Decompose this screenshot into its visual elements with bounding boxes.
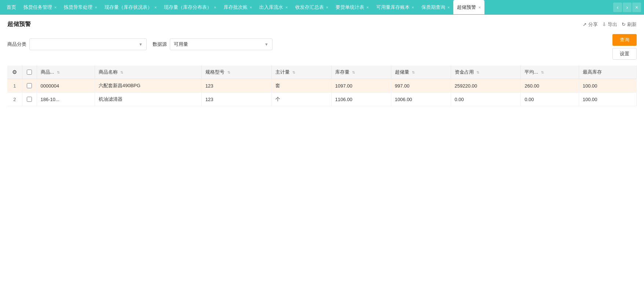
close-tab-pick-task[interactable]: × xyxy=(54,5,56,10)
page-title: 超储预警 xyxy=(7,21,31,28)
data-table: ⚙ 商品... ⇅ 商品名称 ⇅ 规格型号 xyxy=(7,66,637,106)
close-tab-overstock[interactable]: × xyxy=(478,5,480,10)
row-spec-1: 123 xyxy=(201,93,271,106)
nav-tab-overstock[interactable]: 超储预警 × xyxy=(453,0,484,15)
close-tab-stock-status[interactable]: × xyxy=(154,5,157,10)
row-max-stock-1: 100.00 xyxy=(579,93,636,106)
row-product-code-0: 0000004 xyxy=(37,79,95,93)
sort-icon-overstock: ⇅ xyxy=(412,70,415,74)
page-header: 超储预警 ➚ 分享 ⇩ 导出 ↻ 刷新 xyxy=(7,21,637,28)
row-num-0: 1 xyxy=(7,79,22,93)
nav-tab-stock-dist[interactable]: 现存量（库存分布表） × xyxy=(160,0,220,15)
datasource-dropdown-icon: ▼ xyxy=(264,42,268,47)
col-overstock[interactable]: 超储量 ⇅ xyxy=(391,66,451,79)
datasource-select[interactable]: 可用量 ▼ xyxy=(170,38,272,50)
datasource-value: 可用量 xyxy=(174,41,188,48)
nav-arrows: ‹ › × xyxy=(613,3,641,12)
close-tab-pick-exception[interactable]: × xyxy=(95,5,97,10)
row-stock-0: 1097.00 xyxy=(331,79,391,93)
category-select[interactable]: ▼ xyxy=(29,38,147,50)
row-capital-1: 0.00 xyxy=(451,93,521,106)
page-content: 超储预警 ➚ 分享 ⇩ 导出 ↻ 刷新 商品分类 ▼ xyxy=(0,15,644,293)
row-product-code-1: 186-10... xyxy=(37,93,95,106)
export-button[interactable]: ⇩ 导出 xyxy=(602,21,617,28)
nav-tab-stock-status[interactable]: 现存量（库存状况表） × xyxy=(101,0,160,15)
nav-tab-inout-flow[interactable]: 出入库流水 × xyxy=(256,0,291,15)
nav-home[interactable]: 首页 xyxy=(3,4,20,11)
nav-tab-available[interactable]: 可用量库存账本 × xyxy=(373,0,418,15)
row-spec-0: 123 xyxy=(201,79,271,93)
share-button[interactable]: ➚ 分享 xyxy=(583,21,598,28)
sort-icon-capital: ⇅ xyxy=(476,70,479,74)
nav-next-button[interactable]: › xyxy=(623,3,632,12)
col-unit[interactable]: 主计量 ⇅ xyxy=(271,66,331,79)
nav-close-button[interactable]: × xyxy=(632,3,641,12)
nav-prev-button[interactable]: ‹ xyxy=(613,3,622,12)
sort-icon-product-code: ⇅ xyxy=(57,70,60,74)
nav-tab-quality[interactable]: 保质期查询 × xyxy=(418,0,453,15)
row-overstock-1: 1006.00 xyxy=(391,93,451,106)
table-row: 1 0000004 六配套新昌490BPG 123 套 1097.00 997.… xyxy=(7,79,637,93)
datasource-label: 数据源 xyxy=(153,41,167,48)
row-unit-1: 个 xyxy=(271,93,331,106)
row-overstock-0: 997.00 xyxy=(391,79,451,93)
row-select-0[interactable] xyxy=(27,83,32,88)
export-icon: ⇩ xyxy=(602,22,606,27)
nav-tab-batch[interactable]: 库存批次账 × xyxy=(220,0,256,15)
share-icon: ➚ xyxy=(583,22,587,27)
datasource-filter: 数据源 可用量 ▼ xyxy=(153,38,272,50)
refresh-button[interactable]: ↻ 刷新 xyxy=(622,21,637,28)
gear-icon: ⚙ xyxy=(12,69,17,75)
table-row: 2 186-10... 机油滤清器 123 个 1106.00 1006.00 … xyxy=(7,93,637,106)
col-product-name[interactable]: 商品名称 ⇅ xyxy=(95,66,201,79)
col-spec[interactable]: 规格型号 ⇅ xyxy=(201,66,271,79)
nav-tab-collect[interactable]: 收发存汇总表 × xyxy=(292,0,332,15)
row-avg-0: 260.00 xyxy=(521,79,579,93)
close-tab-inout-flow[interactable]: × xyxy=(285,5,288,10)
top-navigation: 首页 拣货任务管理 × 拣货异常处理 × 现存量（库存状况表） × 现存量（库存… xyxy=(0,0,644,15)
header-actions: ➚ 分享 ⇩ 导出 ↻ 刷新 xyxy=(583,21,637,28)
row-select-1[interactable] xyxy=(27,97,32,102)
row-product-name-0: 六配套新昌490BPG xyxy=(95,79,201,93)
sort-icon-spec: ⇅ xyxy=(227,70,230,74)
row-product-name-1: 机油滤清器 xyxy=(95,93,201,106)
close-tab-quality[interactable]: × xyxy=(447,5,450,10)
col-settings[interactable]: ⚙ xyxy=(7,66,22,79)
row-capital-0: 259220.00 xyxy=(451,79,521,93)
nav-tab-pick-task[interactable]: 拣货任务管理 × xyxy=(20,0,60,15)
col-checkbox xyxy=(22,66,37,79)
row-unit-0: 套 xyxy=(271,79,331,93)
sort-icon-unit: ⇅ xyxy=(292,70,295,74)
row-num-1: 2 xyxy=(7,93,22,106)
refresh-icon: ↻ xyxy=(622,22,626,27)
row-max-stock-0: 100.00 xyxy=(579,79,636,93)
close-tab-collect[interactable]: × xyxy=(326,5,328,10)
filter-actions: 查询 设置 xyxy=(612,34,637,60)
settings-button[interactable]: 设置 xyxy=(612,48,637,60)
row-checkbox-1 xyxy=(22,93,37,106)
query-button[interactable]: 查询 xyxy=(612,34,637,46)
close-tab-req-stats[interactable]: × xyxy=(366,5,369,10)
row-stock-1: 1106.00 xyxy=(331,93,391,106)
col-max-stock[interactable]: 最高库存 xyxy=(579,66,636,79)
category-filter: 商品分类 ▼ xyxy=(7,38,147,50)
close-tab-stock-dist[interactable]: × xyxy=(214,5,216,10)
table-header-row: ⚙ 商品... ⇅ 商品名称 ⇅ 规格型号 xyxy=(7,66,637,79)
sort-icon-product-name: ⇅ xyxy=(120,70,123,74)
sort-icon-stock: ⇅ xyxy=(352,70,355,74)
row-checkbox-0 xyxy=(22,79,37,93)
col-capital[interactable]: 资金占用 ⇅ xyxy=(451,66,521,79)
col-product-code[interactable]: 商品... ⇅ xyxy=(37,66,95,79)
nav-tab-req-stats[interactable]: 要货单统计表 × xyxy=(332,0,372,15)
close-tab-batch[interactable]: × xyxy=(250,5,252,10)
sort-icon-avg: ⇅ xyxy=(541,70,544,74)
select-all-checkbox[interactable] xyxy=(27,70,32,75)
row-avg-1: 0.00 xyxy=(521,93,579,106)
col-avg[interactable]: 平均... ⇅ xyxy=(521,66,579,79)
category-dropdown-icon: ▼ xyxy=(139,42,143,47)
close-tab-available[interactable]: × xyxy=(412,5,414,10)
category-label: 商品分类 xyxy=(7,41,26,48)
nav-tab-pick-exception[interactable]: 拣货异常处理 × xyxy=(60,0,100,15)
col-stock[interactable]: 库存量 ⇅ xyxy=(331,66,391,79)
